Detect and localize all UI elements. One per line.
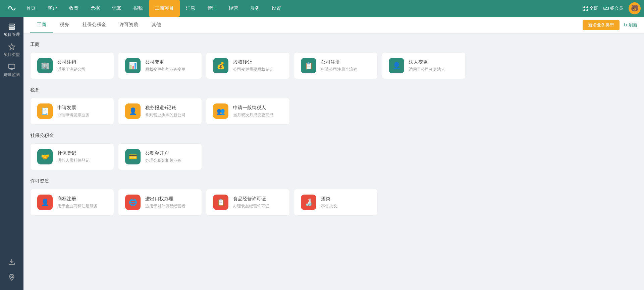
- sidebar-item-label: 进度监测: [4, 72, 20, 78]
- top-nav-item-8[interactable]: 管理: [201, 0, 223, 17]
- service-card-0-2[interactable]: 💰 股权转让 公司变更需要股权转让: [206, 52, 290, 79]
- card-title: 进出口权办理: [145, 196, 195, 202]
- card-title: 公积金开户: [145, 150, 195, 156]
- top-nav-item-10[interactable]: 服务: [244, 0, 266, 17]
- card-icon: 🌐: [125, 195, 141, 210]
- card-info: 酒类 零售批发: [321, 196, 371, 209]
- svg-point-0: [8, 8, 9, 9]
- card-icon: 🍶: [301, 195, 316, 210]
- section-grid-0: 🏢 公司注销 适用于注销公司 📊 公司变更 股权变更外的业务变更 💰: [30, 52, 637, 79]
- card-icon: 🤝: [37, 149, 53, 164]
- card-title: 食品经营许可证: [233, 196, 283, 202]
- card-title: 法人变更: [409, 59, 459, 65]
- location-icon[interactable]: [6, 271, 18, 283]
- service-card-0-4[interactable]: 👤 法人变更 适用于公司变更法人: [382, 52, 466, 79]
- fullscreen-label: 全屏: [589, 5, 598, 11]
- refresh-button[interactable]: ↻ 刷新: [624, 22, 637, 28]
- sidebar-item-label: 项目管理: [4, 32, 20, 38]
- card-icon: 💰: [213, 58, 228, 73]
- service-card-0-1[interactable]: 📊 公司变更 股权变更外的业务变更: [118, 52, 202, 79]
- scroll-content[interactable]: 工商 🏢 公司注销 适用于注销公司 📊 公司变更 股权变更外的业务变更: [23, 33, 644, 290]
- sidebar-item-project-type[interactable]: 项目类型: [0, 40, 23, 60]
- download-icon[interactable]: [6, 256, 18, 268]
- section-grid-2: 🤝 社保登记 进行人员社保登记 💳 公积金开户 办理公积金相关业务: [30, 143, 637, 170]
- card-desc: 公司变更需要股权转让: [233, 67, 283, 72]
- card-title: 公司注册: [321, 59, 371, 65]
- fullscreen-button[interactable]: 全屏: [583, 5, 598, 11]
- card-icon: 📊: [125, 58, 141, 73]
- section-grid-1: 🧾 申请发票 办理申请发票业务 👤 税务报道+记账 拿到营业执照的新公司 👥: [30, 98, 637, 125]
- card-desc: 办理申请发票业务: [57, 112, 107, 118]
- card-desc: 用于企业商标注册服务: [57, 203, 107, 209]
- section-title-1: 税务: [30, 87, 637, 93]
- tab-item-4[interactable]: 其他: [145, 17, 168, 33]
- service-card-3-2[interactable]: 📋 食品经营许可证 办理食品经营许可证: [206, 189, 290, 216]
- main-layout: 项目管理 项目类型 进度监测: [0, 17, 644, 290]
- card-info: 公积金开户 办理公积金相关业务: [145, 150, 195, 163]
- svg-rect-10: [9, 64, 15, 68]
- vip-button[interactable]: 畅会员: [603, 5, 623, 11]
- card-icon: 👥: [213, 103, 228, 119]
- card-icon: 📋: [213, 195, 228, 210]
- top-nav-item-3[interactable]: 票据: [85, 0, 106, 17]
- svg-marker-9: [9, 44, 15, 49]
- tab-item-0[interactable]: 工商: [30, 17, 53, 33]
- card-icon: 📋: [301, 58, 316, 73]
- top-nav-item-6[interactable]: 工商项目: [149, 0, 180, 17]
- card-info: 公司注册 申请公司注册全流程: [321, 59, 371, 72]
- service-card-1-1[interactable]: 👤 税务报道+记账 拿到营业执照的新公司: [118, 98, 202, 125]
- refresh-label: 刷新: [629, 22, 637, 28]
- service-card-3-0[interactable]: 👤 商标注册 用于企业商标注册服务: [30, 189, 114, 216]
- tab-item-3[interactable]: 许可资质: [113, 17, 145, 33]
- card-info: 公司注销 适用于注销公司: [57, 59, 107, 72]
- svg-rect-1: [583, 6, 585, 8]
- sidebar-item-project-management[interactable]: 项目管理: [0, 20, 23, 40]
- service-card-0-0[interactable]: 🏢 公司注销 适用于注销公司: [30, 52, 114, 79]
- top-nav-item-2[interactable]: 收费: [63, 0, 85, 17]
- sidebar-item-progress[interactable]: 进度监测: [0, 60, 23, 80]
- card-desc: 拿到营业执照的新公司: [145, 112, 195, 118]
- card-info: 进出口权办理 适用于对外贸易经营者: [145, 196, 195, 209]
- card-info: 社保登记 进行人员社保登记: [57, 150, 107, 163]
- vip-label: 畅会员: [610, 5, 623, 11]
- top-nav-item-9[interactable]: 经营: [223, 0, 244, 17]
- top-nav-item-1[interactable]: 客户: [42, 0, 63, 17]
- top-nav-item-5[interactable]: 报税: [127, 0, 149, 17]
- service-card-3-1[interactable]: 🌐 进出口权办理 适用于对外贸易经营者: [118, 189, 202, 216]
- tab-item-2[interactable]: 社保公积金: [76, 17, 113, 33]
- service-card-1-2[interactable]: 👥 申请一般纳税人 当月或次月成变更完成: [206, 98, 290, 125]
- service-card-1-0[interactable]: 🧾 申请发票 办理申请发票业务: [30, 98, 114, 125]
- section-grid-3: 👤 商标注册 用于企业商标注册服务 🌐 进出口权办理 适用于对外贸易经营者 📋: [30, 189, 637, 216]
- refresh-icon: ↻: [624, 22, 627, 27]
- card-title: 申请一般纳税人: [233, 105, 283, 111]
- service-card-0-3[interactable]: 📋 公司注册 申请公司注册全流程: [294, 52, 378, 79]
- card-info: 申请发票 办理申请发票业务: [57, 105, 107, 118]
- card-info: 公司变更 股权变更外的业务变更: [145, 59, 195, 72]
- service-card-2-1[interactable]: 💳 公积金开户 办理公积金相关业务: [118, 143, 202, 170]
- top-nav-item-0[interactable]: 首页: [20, 0, 42, 17]
- card-title: 公司变更: [145, 59, 195, 65]
- top-nav-item-7[interactable]: 消息: [180, 0, 201, 17]
- card-desc: 办理食品经营许可证: [233, 203, 283, 209]
- sidebar-item-label: 项目类型: [4, 52, 20, 58]
- card-info: 商标注册 用于企业商标注册服务: [57, 196, 107, 209]
- card-desc: 当月或次月成变更完成: [233, 112, 283, 118]
- tab-bar: 工商税务社保公积金许可资质其他 新增业务类型 ↻ 刷新: [23, 17, 644, 33]
- top-navigation: 首页客户收费票据记账报税工商项目消息管理经营服务设置 全屏 畅会员 🐻: [0, 0, 644, 17]
- top-nav-item-11[interactable]: 设置: [266, 0, 287, 17]
- tab-item-1[interactable]: 税务: [53, 17, 76, 33]
- svg-rect-6: [9, 24, 15, 25]
- card-desc: 适用于对外贸易经营者: [145, 203, 195, 209]
- card-desc: 办理公积金相关业务: [145, 158, 195, 163]
- card-title: 税务报道+记账: [145, 105, 195, 111]
- service-card-3-3[interactable]: 🍶 酒类 零售批发: [294, 189, 378, 216]
- svg-rect-8: [9, 28, 15, 29]
- card-desc: 零售批发: [321, 203, 371, 209]
- new-type-button[interactable]: 新增业务类型: [583, 20, 620, 30]
- sidebar-bottom: [6, 256, 18, 290]
- top-nav-item-4[interactable]: 记账: [106, 0, 127, 17]
- card-icon: 👤: [37, 195, 53, 210]
- card-title: 酒类: [321, 196, 371, 202]
- service-card-2-0[interactable]: 🤝 社保登记 进行人员社保登记: [30, 143, 114, 170]
- card-icon: 🧾: [37, 103, 53, 119]
